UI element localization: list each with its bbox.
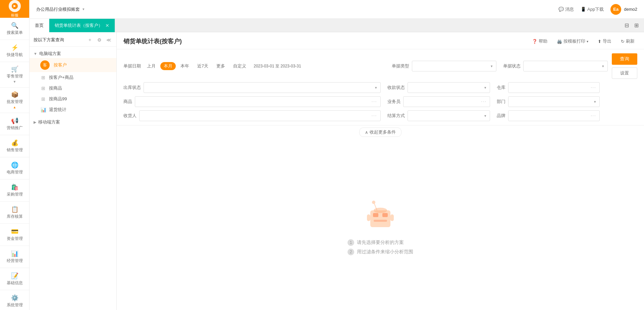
sidebar-item-basic-info[interactable]: 📝 基础信息 bbox=[0, 268, 29, 290]
tab-maximize-btn[interactable]: ⊞ bbox=[633, 21, 640, 30]
tab-minimize-btn[interactable]: ⊟ bbox=[623, 21, 630, 30]
breadcrumb-dropdown-icon[interactable]: ▾ bbox=[83, 7, 85, 11]
department-label: 部门 bbox=[497, 99, 505, 105]
salesperson-select[interactable]: ··· bbox=[403, 96, 490, 107]
purchase-icon: 🛍️ bbox=[1, 184, 28, 191]
tab-sales-stat-label: 销货单统计表（按客户） bbox=[55, 22, 103, 29]
recipient-select[interactable]: ··· bbox=[139, 110, 381, 121]
sidebar-item-quick-nav[interactable]: ⚡ 快捷导航 bbox=[0, 40, 29, 62]
sidebar-item-label: 搜索菜单 bbox=[1, 30, 28, 36]
top-header: 办公用品行业模拟账套 ▾ 💬 消息 📱 App下载 Ea demo2 bbox=[30, 0, 644, 19]
mobile-scheme-group-header[interactable]: ▶ 移动端方案 bbox=[30, 116, 116, 126]
scheme-item-label: 按商品 bbox=[49, 85, 62, 91]
warehouse-dots-icon: ··· bbox=[591, 85, 596, 91]
sidebar-item-sales[interactable]: 💰 销售管理 bbox=[0, 135, 29, 157]
date-tab-last-month[interactable]: 上月 bbox=[144, 62, 159, 70]
help-btn[interactable]: ❓ 帮助 bbox=[529, 37, 550, 46]
main-area: 办公用品行业模拟账套 ▾ 💬 消息 📱 App下载 Ea demo2 首页 bbox=[30, 0, 644, 310]
out-status-label: 出库状态 bbox=[123, 85, 141, 91]
refresh-btn[interactable]: ↻ 刷新 bbox=[618, 37, 637, 46]
tab-bar-actions: ⊟ ⊞ bbox=[623, 21, 644, 30]
query-button[interactable]: 查询 bbox=[612, 53, 637, 65]
retail-icon: 🛒 bbox=[11, 65, 18, 73]
collapse-panel-btn[interactable]: ≪ bbox=[105, 36, 112, 44]
sidebar-item-marketing[interactable]: 📢 营销推广 bbox=[0, 113, 29, 135]
order-type-select[interactable]: ▾ bbox=[412, 61, 496, 71]
collection-status-label: 收款状态 bbox=[387, 85, 405, 91]
out-status-select[interactable]: ▾ bbox=[144, 82, 381, 93]
order-date-label: 单据日期 bbox=[123, 63, 141, 69]
sidebar-item-inventory[interactable]: 📋 库存核算 bbox=[0, 202, 29, 224]
export-btn[interactable]: ⬆ 导出 bbox=[595, 37, 614, 46]
sidebar-item-label: 系统管理 bbox=[1, 302, 28, 308]
edit-scheme-btn[interactable]: ⚙ bbox=[96, 36, 103, 44]
basic-info-icon: 📝 bbox=[1, 272, 28, 279]
scheme-item-by-customer-product[interactable]: ⊞ 按客户+商品 bbox=[30, 72, 116, 83]
desktop-scheme-group: ▼ 电脑端方案 客 按客户 ⊞ 按客户+商品 ⊞ 按商品 ⊞ 按商品 bbox=[30, 47, 116, 116]
settings-circle-icon: ⚙ bbox=[97, 37, 102, 43]
sidebar-item-search[interactable]: 🔍 搜索菜单 bbox=[0, 18, 29, 40]
scheme-item-by-product[interactable]: ⊞ 按商品 bbox=[30, 83, 116, 94]
filter-department-item: 部门 ▾ bbox=[497, 96, 600, 107]
sidebar-item-system[interactable]: ⚙️ 系统管理 bbox=[0, 290, 29, 310]
department-select[interactable]: ▾ bbox=[508, 96, 600, 107]
sidebar-item-ecommerce[interactable]: 🌐 电商管理 bbox=[0, 157, 29, 179]
filter-out-status-item: 出库状态 ▾ bbox=[123, 82, 381, 93]
warehouse-select[interactable]: ··· bbox=[508, 82, 600, 93]
user-name: demo2 bbox=[624, 7, 637, 12]
settings-button[interactable]: 设置 bbox=[612, 67, 637, 79]
date-tab-last-7-days[interactable]: 近7天 bbox=[194, 62, 212, 70]
salesperson-dots-icon: ··· bbox=[481, 99, 486, 105]
filter-row-1: 单据日期 上月 本月 本年 近7天 更多 自定义 2023-03-01 至 20… bbox=[123, 53, 637, 79]
date-tab-this-year[interactable]: 本年 bbox=[177, 62, 193, 70]
right-panel: 销货单统计表(按客户) ❓ 帮助 🖨️ 按模板打印 ▾ ⬆ 导出 bbox=[117, 32, 644, 310]
export-icon: ⬆ bbox=[598, 39, 601, 44]
avatar-initials: Ea bbox=[613, 7, 619, 12]
order-status-label: 单据状态 bbox=[503, 63, 521, 69]
tab-home[interactable]: 首页 bbox=[30, 19, 49, 32]
print-btn[interactable]: 🖨️ 按模板打印 ▾ bbox=[554, 37, 591, 46]
sidebar-item-label: 快捷导航 bbox=[1, 52, 28, 58]
sidebar-item-operations[interactable]: 📊 经营管理 bbox=[0, 246, 29, 268]
user-area[interactable]: Ea demo2 bbox=[610, 4, 637, 15]
product-select[interactable]: ··· bbox=[135, 96, 381, 107]
filter-order-status-item: 单据状态 ▾ bbox=[503, 61, 608, 71]
message-btn[interactable]: 💬 消息 bbox=[558, 6, 574, 12]
collection-status-select[interactable]: ▾ bbox=[408, 82, 490, 93]
tab-sales-stat[interactable]: 销货单统计表（按客户） ✕ bbox=[49, 19, 115, 32]
order-status-select[interactable]: ▾ bbox=[523, 61, 608, 71]
add-scheme-btn[interactable]: ＋ bbox=[86, 36, 94, 44]
svg-rect-4 bbox=[374, 220, 387, 222]
sidebar-item-label: 经营管理 bbox=[1, 258, 28, 264]
filter-warehouse-item: 仓库 ··· bbox=[497, 82, 600, 93]
scheme-item-returns[interactable]: 📊 退货统计 bbox=[30, 104, 116, 115]
tip-num-1: 1 bbox=[347, 239, 354, 246]
sidebar-item-finance[interactable]: 💳 资金管理 bbox=[0, 224, 29, 246]
scheme-icon-grid3: ⊞ bbox=[40, 96, 46, 102]
filter-date-item: 单据日期 上月 本月 本年 近7天 更多 自定义 2023-03-01 至 20… bbox=[123, 62, 385, 70]
sidebar-item-retail[interactable]: 🛒 零售管理 ▼ bbox=[0, 62, 29, 88]
sidebar-item-wholesale[interactable]: 📦 批发管理 ▲ bbox=[0, 88, 29, 113]
collapse-up-icon: ∧ bbox=[365, 130, 368, 135]
order-status-arrow-icon: ▾ bbox=[602, 64, 604, 68]
header-right-actions: 💬 消息 📱 App下载 Ea demo2 bbox=[558, 4, 637, 15]
date-tab-custom[interactable]: 自定义 bbox=[230, 62, 250, 70]
date-tab-more[interactable]: 更多 bbox=[213, 62, 228, 70]
refresh-icon: ↻ bbox=[621, 39, 625, 44]
scheme-item-by-product-99[interactable]: ⊞ 按商品99 bbox=[30, 94, 116, 104]
app-download-btn[interactable]: 📱 App下载 bbox=[581, 6, 604, 12]
sidebar-item-purchase[interactable]: 🛍️ 采购管理 bbox=[0, 179, 29, 202]
date-tab-this-month[interactable]: 本月 bbox=[160, 62, 176, 70]
tab-close-btn[interactable]: ✕ bbox=[105, 23, 109, 28]
scheme-item-by-customer[interactable]: 客 按客户 bbox=[30, 58, 116, 72]
desktop-scheme-group-header[interactable]: ▼ 电脑端方案 bbox=[30, 48, 116, 58]
brand-select[interactable]: ··· bbox=[508, 110, 600, 121]
order-type-arrow-icon: ▾ bbox=[491, 64, 493, 68]
collapse-filters-btn[interactable]: ∧ 收起更多条件 bbox=[359, 127, 401, 137]
marketing-icon: 📢 bbox=[1, 117, 28, 124]
collapse-label: 收起更多条件 bbox=[370, 129, 396, 135]
date-range-display: 2023-03-01 至 2023-03-31 bbox=[254, 63, 301, 69]
wholesale-icon: 📦 bbox=[11, 91, 18, 98]
scheme-item-label: 按客户+商品 bbox=[49, 74, 73, 81]
settlement-select[interactable]: ▾ bbox=[408, 110, 490, 121]
